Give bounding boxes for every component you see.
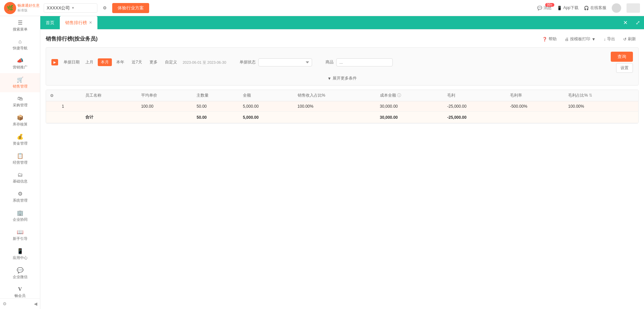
tab-expand-icon[interactable]: ⤢ [632,16,644,30]
sidebar-item-marketing[interactable]: 📣 营销推广 [0,54,40,73]
marketing-icon: 📣 [17,57,24,64]
date-tab-custom[interactable]: 自定义 [162,58,180,66]
trial-button[interactable]: 体验行业方案 [112,3,149,13]
settings-button[interactable]: ⚙ [100,3,110,13]
expand-conditions-btn[interactable]: ▼ 展开更多条件 [51,75,633,81]
tab-close-all-icon[interactable]: ✕ [619,16,632,30]
sidebar-item-finance[interactable]: 💰 资金管理 [0,130,40,149]
th-gross-rate: 毛利率 [506,90,564,101]
status-select[interactable] [258,58,312,66]
print-chevron-icon: ▼ [592,37,596,42]
table-row: 1 100.00 50.00 5,000.00 100.00% 30,000.0… [46,101,638,112]
help-button[interactable]: ❓ 帮助 [540,35,559,43]
message-badge: 99+ [545,3,554,7]
inventory-icon: 📦 [17,114,24,121]
th-name: 员工名称 [81,90,137,101]
th-gross: 毛利 [443,90,506,101]
operations-icon: 📋 [17,153,24,159]
sidebar-item-inventory[interactable]: 📦 库存核算 [0,111,40,130]
sidebar-item-basic-info[interactable]: 🗂 基础信息 [0,168,40,187]
th-qty: 主数量 [192,90,239,101]
table-footer-row: 合计 50.00 5,000.00 30,000.00 -25,000.00 [46,112,638,123]
top-bar-left: 🌿 畅康通好生意 标准版 XXXXX公司 ▼ ⚙ 体验行业方案 [4,2,537,14]
sidebar-menu: ☰ 搜索菜单 ⌂ 快捷导航 📣 营销推广 🛒 销售管理 🛍 采购管理 [0,16,40,298]
logo-icon: 🌿 [4,2,16,14]
online-service-button[interactable]: 🎧 在线客服 [584,5,606,11]
basic-icon: 🗂 [17,172,23,178]
app-center-icon: 📱 [17,248,24,254]
cost-info-icon[interactable]: ⓘ [397,93,401,98]
sidebar-item-quick-nav[interactable]: ⌂ 快捷导航 [0,35,40,54]
td-qty: 50.00 [192,101,239,112]
goods-input[interactable] [336,58,393,66]
gross-pct-sort-icon[interactable]: ⇅ [589,93,592,98]
footer-qty: 50.00 [192,112,239,123]
sidebar-item-system[interactable]: ⚙ 系统管理 [0,187,40,206]
print-icon: 🖨 [565,37,569,42]
company-selector[interactable]: XXXXX公司 ▼ [44,3,97,13]
filter-settings-button[interactable]: 设置 [616,63,633,73]
footer-rank [58,112,81,123]
query-button[interactable]: 查询 [611,52,633,62]
print-button[interactable]: 🖨 按模板打印 ▼ [562,35,598,43]
td-avg-price: 100.00 [137,101,192,112]
refresh-icon: ↺ [623,37,627,42]
date-tab-prev-month[interactable]: 上月 [82,58,96,66]
tab-sales-rank[interactable]: 销售排行榜 ✕ [60,16,97,30]
sidebar-item-operations[interactable]: 📋 经营管理 [0,149,40,168]
sidebar-label-guide: 新手引导 [13,236,28,241]
refresh-button[interactable]: ↺ 刷新 [620,35,639,43]
sidebar-collapse-icon[interactable]: ◀ [34,301,37,306]
message-button[interactable]: 💬 消息 99+ [537,5,552,11]
filter-collapse-btn[interactable]: ▶ [51,59,58,65]
filter-row: ▶ 单据日期 上月 本月 本年 近7天 更多 自定义 [51,52,633,73]
td-gross-rate: -500.00% [506,101,564,112]
avatar[interactable] [612,3,621,13]
date-tab-last7[interactable]: 近7天 [129,58,145,66]
logo-sub: 标准版 [17,8,40,13]
sidebar-label-system: 系统管理 [13,198,28,203]
sidebar-label-operations: 经营管理 [13,160,28,165]
sidebar-item-guide[interactable]: 📖 新手引导 [0,225,40,245]
footer-avg-price [137,112,192,123]
date-filter: 单据日期 上月 本月 本年 近7天 更多 自定义 2023-06-01 至 20… [63,58,226,66]
top-bar-right: 💬 消息 99+ 📱 App下载 🎧 在线客服 [537,3,640,13]
date-tab-more[interactable]: 更多 [146,58,161,66]
member-icon: V [18,286,22,292]
app-download-button[interactable]: 📱 App下载 [557,5,578,11]
sidebar-item-enterprise[interactable]: 🏢 企业协同 [0,206,40,225]
logo-area: 🌿 畅康通好生意 标准版 [4,2,41,14]
date-tab-this-month[interactable]: 本月 [98,58,112,66]
export-button[interactable]: ↓ 导出 [601,35,618,43]
sidebar-item-purchase[interactable]: 🛍 采购管理 [0,92,40,111]
goods-filter-label: 商品 [326,59,334,65]
sidebar-item-search-order[interactable]: ☰ 搜索菜单 [0,16,40,35]
menu-icon: ☰ [18,19,23,26]
export-icon: ↓ [604,37,606,42]
sidebar-label-search: 搜索菜单 [13,27,28,32]
user-name-area [627,3,640,13]
page-actions: ❓ 帮助 🖨 按模板打印 ▼ ↓ 导出 ↺ [540,35,639,43]
footer-cost: 30,000.00 [376,112,443,123]
sidebar-item-member[interactable]: V 畅会员 [0,283,40,298]
sidebar-label-member: 畅会员 [14,293,26,298]
td-gross-pct: 100.00% [564,101,638,112]
td-name [81,101,137,112]
headset-icon: 🎧 [584,6,589,10]
column-settings-icon[interactable]: ⚙ [50,93,54,98]
top-bar: 🌿 畅康通好生意 标准版 XXXXX公司 ▼ ⚙ 体验行业方案 💬 消息 99+… [0,0,644,16]
sidebar-label-nav: 快捷导航 [13,46,28,51]
sidebar-item-sales[interactable]: 🛒 销售管理 [0,73,40,92]
sidebar-label-purchase: 采购管理 [13,103,28,108]
sidebar-item-app-center[interactable]: 📱 应用中心 [0,245,40,264]
sidebar-item-wechat[interactable]: 💬 企业微信 [0,264,40,283]
table-container: ⚙ 员工名称 平均单价 主数量 全额 销售收入占比% 成本全额 ⓘ [46,90,639,123]
tab-home[interactable]: 首页 [40,16,60,30]
tab-bar: 首页 销售排行榜 ✕ ✕ ⤢ [40,16,644,30]
tab-close-icon[interactable]: ✕ [89,20,92,25]
date-tab-this-year[interactable]: 本年 [113,58,127,66]
footer-label: 合计 [81,112,137,123]
sidebar-settings-icon[interactable]: ⚙ [3,301,7,306]
sidebar: ☰ 搜索菜单 ⌂ 快捷导航 📣 营销推广 🛒 销售管理 🛍 采购管理 [0,16,40,309]
enterprise-icon: 🏢 [17,210,24,216]
